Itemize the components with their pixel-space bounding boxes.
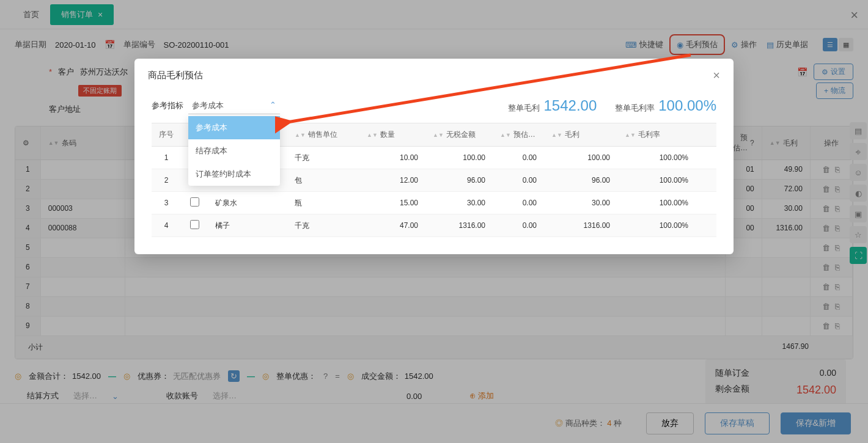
total-rate-value: 100.00% (658, 97, 716, 114)
ref-indicator-label: 参考指标 (152, 100, 183, 111)
cell-qty: 47.00 (359, 216, 425, 235)
cell-profit: 30.00 (544, 193, 617, 213)
col-rate-label: 毛利率 (638, 130, 660, 140)
col-pred[interactable]: ▲▼预估… (493, 123, 544, 146)
profit-estimate-modal: 商品毛利预估 × 参考指标 参考成本 ⌃ 参考成本 结存成本 订单签约时成本 整… (134, 59, 734, 254)
sort-icon[interactable]: ▲▼ (433, 133, 444, 137)
cell-unit: 包 (287, 170, 359, 191)
row-checkbox[interactable] (190, 197, 199, 207)
cell-pred: 0.00 (493, 216, 544, 235)
modal-header: 商品毛利预估 × (134, 59, 734, 92)
sort-icon[interactable]: ▲▼ (367, 133, 378, 137)
cell-checkbox[interactable] (181, 214, 208, 236)
cell-rate: 100.00% (617, 148, 696, 167)
modal-table-row[interactable]: 3矿泉水瓶15.0030.000.0030.00100.00% (152, 192, 716, 214)
cell-unit: 千克 (287, 215, 359, 236)
total-profit-label: 整单毛利 (508, 103, 540, 112)
modal-title: 商品毛利预估 (148, 70, 203, 81)
total-profit-value: 1542.00 (543, 97, 597, 114)
cell-qty: 10.00 (359, 148, 425, 167)
sort-icon[interactable]: ▲▼ (625, 133, 636, 137)
cell-qty: 12.00 (359, 170, 425, 190)
modal-top-bar: 参考指标 参考成本 ⌃ 参考成本 结存成本 订单签约时成本 整单毛利1542.0… (134, 92, 734, 123)
col-unit[interactable]: ▲▼销售单位 (287, 123, 359, 146)
col-qty[interactable]: ▲▼数量 (359, 123, 425, 146)
col-amount[interactable]: ▲▼无税金额 (425, 123, 493, 146)
ref-indicator-select[interactable]: 参考成本 ⌃ 参考成本 结存成本 订单签约时成本 (188, 98, 280, 114)
cell-unit: 瓶 (287, 192, 359, 214)
cell-index: 2 (152, 170, 181, 190)
sort-icon[interactable]: ▲▼ (500, 133, 511, 137)
cell-amount: 100.00 (425, 148, 493, 167)
cell-checkbox[interactable] (181, 192, 208, 214)
dropdown-option[interactable]: 参考成本 (188, 116, 280, 139)
total-rate-label: 整单毛利率 (615, 103, 655, 112)
cell-qty: 15.00 (359, 193, 425, 213)
col-pred-label: 预估… (513, 130, 535, 140)
cell-pred: 0.00 (493, 148, 544, 167)
cell-profit: 100.00 (544, 148, 617, 167)
cell-rate: 100.00% (617, 216, 696, 235)
cell-amount: 96.00 (425, 170, 493, 190)
modal-backdrop[interactable]: 商品毛利预估 × 参考指标 参考成本 ⌃ 参考成本 结存成本 订单签约时成本 整… (0, 0, 868, 443)
cell-profit: 1316.00 (544, 216, 617, 235)
cell-unit: 千克 (287, 147, 359, 169)
cell-name: 橘子 (208, 215, 287, 236)
cell-rate: 100.00% (617, 193, 696, 213)
col-profit[interactable]: ▲▼毛利 (544, 123, 617, 146)
dropdown-option[interactable]: 订单签约时成本 (188, 163, 280, 186)
cell-pred: 0.00 (493, 193, 544, 213)
col-amount-label: 无税金额 (446, 130, 476, 140)
ref-dropdown: 参考成本 结存成本 订单签约时成本 (188, 116, 280, 186)
ref-selected-value: 参考成本 (192, 100, 224, 111)
chevron-up-icon[interactable]: ⌃ (270, 100, 276, 111)
row-checkbox[interactable] (190, 220, 199, 229)
sort-icon[interactable]: ▲▼ (551, 133, 562, 137)
cell-rate: 100.00% (617, 170, 696, 190)
dropdown-option[interactable]: 结存成本 (188, 139, 280, 163)
sort-icon[interactable]: ▲▼ (295, 133, 306, 137)
col-rate[interactable]: ▲▼毛利率 (617, 123, 696, 146)
col-profit-label: 毛利 (565, 130, 579, 140)
col-index: 序号 (152, 123, 181, 146)
close-icon[interactable]: × (713, 68, 720, 82)
cell-name: 矿泉水 (208, 192, 287, 214)
col-qty-label: 数量 (380, 130, 395, 140)
modal-table-row[interactable]: 4橘子千克47.001316.000.001316.00100.00% (152, 214, 716, 237)
cell-index: 3 (152, 193, 181, 213)
col-unit-label: 销售单位 (308, 130, 337, 140)
cell-amount: 30.00 (425, 193, 493, 213)
modal-metrics: 整单毛利1542.00 整单毛利率100.00% (508, 97, 716, 114)
cell-index: 4 (152, 216, 181, 235)
cell-amount: 1316.00 (425, 216, 493, 235)
cell-profit: 96.00 (544, 170, 617, 190)
cell-index: 1 (152, 148, 181, 167)
cell-pred: 0.00 (493, 170, 544, 190)
